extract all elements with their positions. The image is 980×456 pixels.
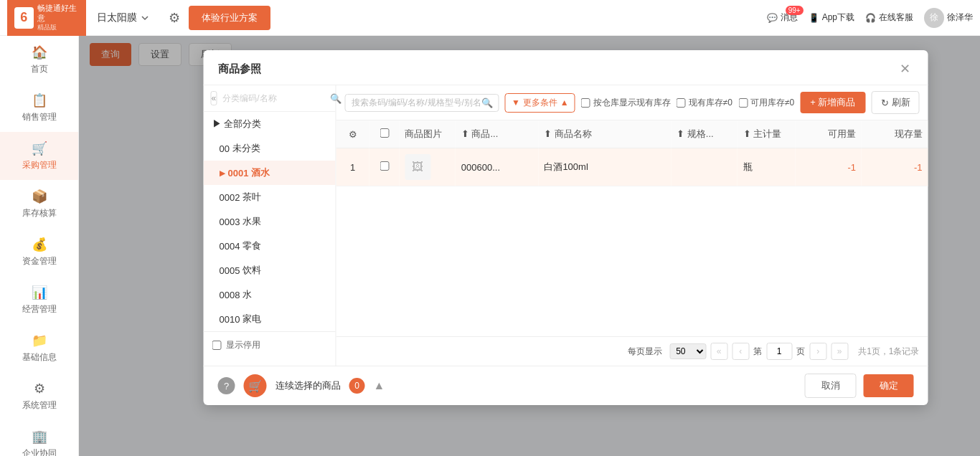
collapse-footer-icon[interactable]: ▲ (374, 379, 385, 392)
cat-0003-name: 水果 (242, 215, 261, 228)
cat-item-0008[interactable]: 0008 水 (204, 282, 336, 307)
sidebar-item-finance[interactable]: 💰 资金管理 (0, 228, 78, 276)
product-thumbnail: 🖼 (405, 154, 430, 180)
nav-dropdown[interactable]: 日太阳膜 (86, 0, 160, 36)
available-stock-checkbox[interactable] (738, 98, 748, 108)
username: 徐泽华 (947, 11, 973, 24)
product-search-input[interactable] (352, 98, 481, 108)
product-reference-modal: 商品参照 ✕ « 🔍 ▶ 全部分类 (204, 50, 928, 405)
cell-seq: 1 (336, 148, 369, 186)
cat-item-00[interactable]: 00 未分类 (204, 136, 336, 161)
cat-0008-code: 0008 (220, 290, 240, 300)
modal-footer: ? 🛒 连续选择的商品 0 ▲ 取消 确定 (204, 366, 928, 405)
cart-area[interactable]: 🛒 (244, 374, 267, 397)
filter-more-label: 更多条件 (523, 97, 557, 109)
category-search-bar: « 🔍 (204, 85, 336, 112)
prev-page-btn[interactable]: ‹ (732, 343, 749, 360)
table-row[interactable]: 1 🖼 000600... 白酒100ml (336, 148, 928, 186)
confirm-button[interactable]: 确定 (864, 374, 914, 397)
col-spec-header[interactable]: ⬆ 规格... (671, 120, 737, 148)
table-header-row: ⚙ 商品图片 ⬆ 商品... ⬆ 商品名称 (336, 120, 928, 148)
system-icon: ⚙ (34, 381, 45, 396)
col-code-header[interactable]: ⬆ 商品... (456, 120, 539, 148)
show-stock-checkbox[interactable] (581, 98, 590, 108)
filter-existing-stock: 现有库存≠0 (677, 97, 732, 109)
logo-area: 6 畅捷通好生意 精品版 (7, 0, 86, 36)
col-unit-header[interactable]: ⬆ 主计量 (738, 120, 796, 148)
cat-item-all[interactable]: ▶ 全部分类 (204, 112, 336, 136)
modal-close-button[interactable]: ✕ (897, 60, 914, 77)
app-download-item[interactable]: 📱 App下载 (809, 11, 854, 24)
modal-title: 商品参照 (218, 62, 261, 76)
cat-item-0002[interactable]: 0002 茶叶 (204, 185, 336, 209)
sidebar-item-operations[interactable]: 📊 经营管理 (0, 276, 78, 324)
product-table-body: 1 🖼 000600... 白酒100ml (336, 148, 928, 186)
sidebar-item-system[interactable]: ⚙ 系统管理 (0, 372, 78, 420)
cat-item-0010[interactable]: 0010 家电 (204, 307, 336, 331)
page-size-select[interactable]: 50 10 20 100 (669, 343, 706, 359)
sidebar-item-home[interactable]: 🏠 首页 (0, 36, 78, 84)
product-search-icon[interactable]: 🔍 (481, 98, 493, 108)
col-name-header[interactable]: ⬆ 商品名称 (538, 120, 671, 148)
available-stock-label: 可用库存≠0 (750, 97, 794, 109)
filter-available-stock: 可用库存≠0 (738, 97, 794, 109)
add-product-button[interactable]: + 新增商品 (800, 92, 865, 113)
filter-more-btn[interactable]: ▼ 更多条件 ▲ (505, 93, 575, 113)
cat-item-0001[interactable]: ▶ 0001 酒水 (204, 161, 336, 185)
cat-00-code: 00 (220, 143, 230, 154)
sidebar-item-sales[interactable]: 📋 销售管理 (0, 84, 78, 132)
operations-icon: 📊 (32, 285, 47, 300)
sidebar-label-home: 首页 (31, 63, 48, 75)
show-disabled-checkbox[interactable] (212, 341, 222, 350)
nav-right: 💬 消息 99+ 📱 App下载 🎧 在线客服 徐 徐泽华 (767, 8, 973, 28)
cat-0004-code: 0004 (220, 241, 240, 252)
col-gear[interactable]: ⚙ (336, 120, 369, 148)
selected-count-badge: 0 (349, 378, 365, 394)
sidebar-item-purchase[interactable]: 🛒 采购管理 (0, 132, 78, 180)
select-all-checkbox[interactable] (380, 128, 389, 138)
main-layout: 🏠 首页 📋 销售管理 🛒 采购管理 📦 库存核算 💰 资金管理 📊 经营管理 … (0, 36, 980, 456)
settings-icon-btn[interactable]: ⚙ (160, 4, 189, 32)
row-checkbox[interactable] (380, 161, 389, 171)
sidebar-label-purchase: 采购管理 (22, 159, 57, 171)
first-page-btn[interactable]: « (710, 343, 727, 360)
cancel-button[interactable]: 取消 (805, 374, 857, 398)
sidebar-item-basics[interactable]: 📁 基础信息 (0, 324, 78, 372)
content-area: 查询 设置 刷新 商品参照 ✕ « 🔍 (79, 36, 980, 456)
cat-0005-code: 0005 (220, 265, 240, 276)
logo-sub: 精品版 (37, 23, 79, 32)
messages-badge: 99+ (786, 6, 804, 15)
sidebar-item-enterprise[interactable]: 🏢 企业协同 (0, 420, 78, 456)
user-item[interactable]: 徐 徐泽华 (924, 8, 973, 28)
settings-icon: ⚙ (169, 10, 180, 26)
refresh-button[interactable]: ↻ 刷新 (872, 91, 920, 114)
online-service-item[interactable]: 🎧 在线客服 (865, 11, 913, 24)
col-image-header: 商品图片 (399, 120, 456, 148)
cat-item-0004[interactable]: 0004 零食 (204, 234, 336, 258)
help-button[interactable]: ? (218, 377, 235, 394)
filter-icon: ▼ (512, 98, 520, 108)
cat-0001-code: 0001 (228, 168, 249, 179)
last-page-btn[interactable]: » (831, 343, 848, 360)
sidebar-label-operations: 经营管理 (22, 303, 57, 315)
cat-item-0005[interactable]: 0005 饮料 (204, 258, 336, 282)
show-stock-label: 按仓库显示现有库存 (593, 97, 671, 109)
nav-dropdown-label: 日太阳膜 (97, 11, 137, 24)
sidebar-label-finance: 资金管理 (22, 255, 57, 267)
collapse-button[interactable]: « (211, 91, 217, 105)
sidebar-item-inventory[interactable]: 📦 库存核算 (0, 180, 78, 228)
modal-header: 商品参照 ✕ (204, 50, 928, 85)
product-table: ⚙ 商品图片 ⬆ 商品... ⬆ 商品名称 (336, 120, 928, 186)
pagination-bar: 每页显示 50 10 20 100 « ‹ 第 页 › » (336, 336, 928, 366)
existing-stock-checkbox[interactable] (677, 98, 686, 108)
page-number-input[interactable] (766, 343, 792, 360)
cat-0003-code: 0003 (220, 217, 240, 227)
category-search-input[interactable] (222, 93, 330, 103)
messages-item[interactable]: 💬 消息 99+ (767, 11, 798, 24)
cart-icon: 🛒 (244, 374, 267, 397)
trial-button[interactable]: 体验行业方案 (189, 6, 270, 30)
cell-spec (671, 148, 737, 186)
next-page-btn[interactable]: › (809, 343, 826, 360)
show-disabled-label: 显示停用 (226, 339, 260, 351)
cat-item-0003[interactable]: 0003 水果 (204, 209, 336, 234)
